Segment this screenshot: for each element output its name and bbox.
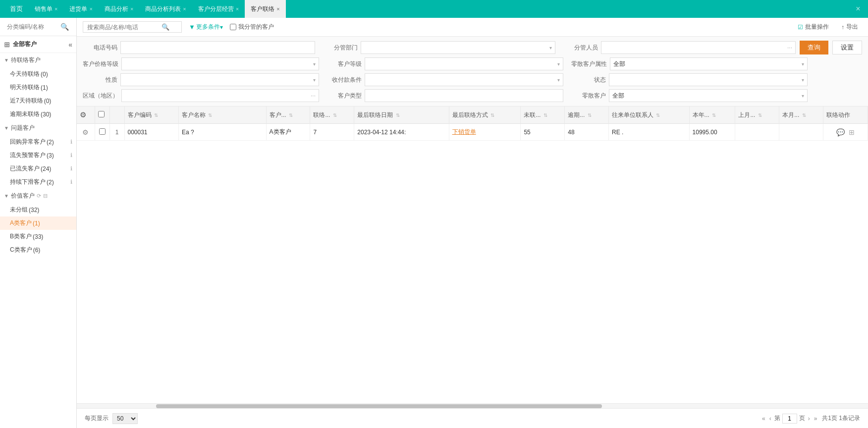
th-overdue[interactable]: 逾期... ⇅ [565, 107, 609, 124]
tab-purchase-order-close[interactable]: × [89, 6, 92, 12]
customer-type-label: 客户类型 [327, 92, 362, 100]
row-last-method[interactable]: 下销货单 [449, 124, 521, 141]
top-navigation: 首页 销售单 × 进货单 × 商品分析 × 商品分析列表 × 客户分层经营 × … [0, 0, 868, 18]
th-last-date[interactable]: 最后联络日期 ⇅ [354, 107, 449, 124]
phone-input[interactable] [120, 41, 315, 54]
tab-product-analysis-close[interactable]: × [130, 6, 133, 12]
sidebar-item-today-pending[interactable]: 今天待联络 (0) [0, 67, 76, 81]
my-customers-label: 我分管的客户 [238, 23, 274, 31]
th-last-method[interactable]: 最后联络方式 ⇅ [449, 107, 521, 124]
sidebar-search-input[interactable] [4, 22, 58, 32]
search-input[interactable] [87, 24, 162, 31]
sidebar-item-7day-pending[interactable]: 近7天待联络 (0) [0, 94, 76, 107]
last-page-button[interactable]: » [813, 415, 818, 422]
sidebar-item-class-a[interactable]: A类客户 (1) [0, 216, 76, 230]
sidebar-section-value[interactable]: ▼ 价值客户 ⟳ ⊟ [0, 189, 76, 203]
select-all-checkbox[interactable] [98, 111, 105, 117]
main-layout: 🔍 ⊞ 全部客户 « ▼ 待联络客户 今天待联络 (0) 明天待联络 (1) 近… [0, 18, 868, 428]
customer-level-input[interactable]: ▾ [365, 57, 563, 70]
sidebar-item-tomorrow-pending[interactable]: 明天待联络 (1) [0, 81, 76, 94]
total-records-label: 共1页 1条记录 [822, 414, 860, 423]
first-page-button[interactable]: « [761, 415, 766, 422]
sidebar-collapse-button[interactable]: « [68, 41, 72, 49]
sidebar-item-declining[interactable]: 持续下滑客户 (2) ℹ [0, 175, 76, 189]
payment-terms-input[interactable]: ▾ [365, 73, 563, 86]
payment-terms-arrow: ▾ [557, 77, 560, 83]
th-this-year[interactable]: 本年... ⇅ [689, 107, 735, 124]
th-uncontacted[interactable]: 未联... ⇅ [521, 107, 565, 124]
scrollbar-thumb[interactable] [156, 404, 602, 408]
sidebar-section-problem[interactable]: ▼ 问题客户 [0, 121, 76, 135]
customer-table: ⚙ 客户编码 ⇅ 客户名称 ⇅ [77, 107, 868, 141]
row-this-year: 10995.00 [689, 124, 735, 141]
settings-button[interactable]: 设置 [832, 41, 862, 54]
batch-operation-button[interactable]: ☑ 批量操作 [793, 21, 833, 33]
tab-customer-segment[interactable]: 客户分层经营 × [192, 0, 245, 18]
my-customers-checkbox[interactable] [230, 24, 236, 30]
th-unit-contact[interactable]: 往来单位联系人 ⇅ [609, 107, 689, 124]
tab-product-analysis-list-close[interactable]: × [183, 6, 186, 12]
tab-customer-contact-close[interactable]: × [276, 6, 279, 12]
sidebar-section-pending[interactable]: ▼ 待联络客户 [0, 53, 76, 67]
tab-purchase-order[interactable]: 进货单 × [63, 0, 98, 18]
th-customer-name[interactable]: 客户名称 ⇅ [178, 107, 266, 124]
tab-product-analysis[interactable]: 商品分析 × [99, 0, 139, 18]
price-level-input[interactable]: ▾ [121, 57, 319, 70]
sidebar-item-lost-warning[interactable]: 流失预警客户 (3) ℹ [0, 149, 76, 162]
region-input[interactable]: ··· [121, 89, 319, 102]
row-customer-code[interactable]: 000031 [124, 124, 178, 141]
th-customer-type[interactable]: 客户... ⇅ [266, 107, 310, 124]
tab-sales-order[interactable]: 销售单 × [29, 0, 63, 18]
sidebar-item-class-c[interactable]: C类客户 (6) [0, 243, 76, 257]
price-level-label: 客户价格等级 [83, 60, 118, 68]
status-input[interactable]: ▾ [609, 73, 808, 86]
per-page-select[interactable]: 50 100 200 [112, 413, 138, 424]
sidebar-item-ungrouped[interactable]: 未分组 (32) [0, 203, 76, 216]
tab-customer-segment-close[interactable]: × [236, 6, 239, 12]
export-button[interactable]: ↑ 导出 [837, 21, 862, 33]
action-more-icon[interactable]: ⊞ [849, 128, 855, 136]
sidebar-item-repurchase-anomaly[interactable]: 回购异常客户 (2) ℹ [0, 135, 76, 149]
prev-page-button[interactable]: ‹ [768, 415, 772, 422]
sidebar-item-class-b[interactable]: B类客户 (33) [0, 230, 76, 243]
filter-search-icon[interactable]: 🔍 [162, 23, 169, 31]
customer-level-label: 客户等级 [327, 60, 362, 68]
tab-sales-order-close[interactable]: × [54, 6, 57, 12]
adv-filter-row3: 性质 ▾ 收付款条件 ▾ 状态 ▾ [83, 73, 862, 86]
tab-customer-contact[interactable]: 客户联络 × [245, 0, 285, 18]
retail-attr-input[interactable]: 全部 ▾ [610, 57, 808, 70]
row-checkbox-cell[interactable] [95, 124, 109, 141]
tab-product-analysis-list[interactable]: 商品分析列表 × [139, 0, 192, 18]
more-conditions-button[interactable]: ▼ 更多条件 ▾ [186, 21, 226, 33]
value-refresh-icon[interactable]: ⟳ [37, 193, 41, 199]
sidebar-item-overdue-pending[interactable]: 逾期未联络 (30) [0, 107, 76, 121]
col-sort-name: ⇅ [208, 112, 212, 118]
th-customer-code[interactable]: 客户编码 ⇅ [124, 107, 178, 124]
value-settings-icon[interactable]: ⊟ [43, 193, 48, 199]
info-icon-lost-warning: ℹ [70, 152, 72, 159]
th-gear[interactable]: ⚙ [77, 107, 95, 124]
th-contact[interactable]: 联络... ⇅ [310, 107, 354, 124]
customer-type-input[interactable] [365, 89, 563, 102]
row-customer-name[interactable]: Ea ? [178, 124, 266, 141]
th-this-month[interactable]: 本月... ⇅ [779, 107, 823, 124]
sidebar-search-icon[interactable]: 🔍 [60, 23, 69, 31]
next-page-button[interactable]: › [807, 415, 811, 422]
nav-home[interactable]: 首页 [4, 0, 29, 18]
sidebar-item-lost[interactable]: 已流失客户 (24) ℹ [0, 162, 76, 175]
manager-input[interactable]: ··· [601, 41, 796, 54]
page-number-input[interactable] [782, 414, 797, 424]
nature-input[interactable]: ▾ [120, 73, 319, 86]
query-button[interactable]: 查询 [800, 41, 828, 54]
retail-customer-input[interactable]: 全部 ▾ [609, 89, 808, 102]
th-last-month[interactable]: 上月... ⇅ [735, 107, 779, 124]
adv-filter-row2: 客户价格等级 ▾ 客户等级 ▾ 零散客户属性 全部 [83, 57, 862, 70]
dept-input[interactable]: ▾ [361, 41, 555, 54]
row-checkbox[interactable] [99, 128, 106, 135]
close-all-tabs-button[interactable]: × [852, 3, 864, 15]
th-checkbox[interactable] [95, 107, 109, 124]
row-gear-cell[interactable]: ⚙ [77, 124, 95, 141]
horizontal-scrollbar[interactable] [77, 403, 868, 408]
action-chat-icon[interactable]: 💬 [836, 128, 845, 136]
sidebar-all-customers-header[interactable]: ⊞ 全部客户 « [0, 36, 76, 53]
